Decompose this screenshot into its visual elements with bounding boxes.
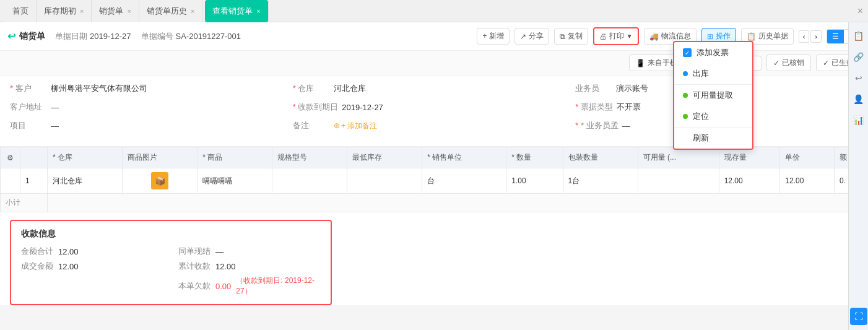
operation-button-label: 操作 <box>716 31 731 41</box>
operations-dropdown: ✓ 添加发票 出库 可用量提取 定位 刷新 <box>673 41 753 150</box>
share-button-label: 分享 <box>529 31 544 41</box>
payment-total-item: 金额合计 12.00 <box>21 246 163 257</box>
tab-home[interactable]: 首页 <box>5 0 37 22</box>
add-invoice-item[interactable]: ✓ 添加发票 <box>674 42 752 63</box>
out-warehouse-dot <box>683 71 688 76</box>
sidebar-chart-icon[interactable]: 📊 <box>850 111 867 129</box>
out-warehouse-item[interactable]: 出库 <box>674 63 752 84</box>
salesperson-label: * 业务员孟 <box>575 120 618 131</box>
product-img-col-header: 商品图片 <box>123 147 197 168</box>
row-pack-qty: 1台 <box>563 168 638 194</box>
payment-section: 收款信息 金额合计 12.00 同单现结 — 成交金额 12.00 累计收款 1… <box>10 220 332 305</box>
tab-inventory[interactable]: 库存期初 × <box>37 0 92 22</box>
doc-type-label: 销货单 <box>19 31 45 42</box>
payment-cumulative-label: 累计收款 <box>178 261 210 272</box>
revoked-icon: ✓ <box>773 59 779 67</box>
new-button-label: + 新增 <box>482 31 503 41</box>
main-close-button[interactable]: × <box>857 6 863 17</box>
tab-bar: 首页 库存期初 × 销货单 × 销货单历史 × 查看销货单 × × <box>0 0 868 22</box>
tab-view-sales-label: 查看销货单 <box>212 6 253 17</box>
prev-button[interactable]: ‹ <box>799 30 810 43</box>
payment-grid: 金额合计 12.00 同单现结 — 成交金额 12.00 累计收款 12.00 … <box>21 246 321 297</box>
tab-sales-order-close[interactable]: × <box>127 7 131 15</box>
doc-date-item: 单据日期 2019-12-27 <box>55 31 131 42</box>
right-sidebar: 📋 🔗 ↩ 👤 📊 ⛶ <box>848 22 868 313</box>
tab-sales-order-label: 销货单 <box>99 6 123 17</box>
payment-total-value: 12.00 <box>58 247 79 256</box>
locate-dot <box>683 114 688 119</box>
warehouse-field: 仓库 河北仓库 <box>293 83 576 94</box>
next-button[interactable]: › <box>810 30 822 43</box>
payment-same-order-label: 同单现结 <box>178 246 210 257</box>
refresh-item[interactable]: 刷新 <box>674 128 752 149</box>
payment-arrears-note: （收款到期日: 2019-12-27） <box>236 276 321 297</box>
customer-field: 客户 柳州粤港平安气体有限公司 <box>10 83 293 94</box>
warehouse-value: 河北仓库 <box>334 83 366 94</box>
payment-title: 收款信息 <box>21 228 321 240</box>
row-min-stock <box>347 168 422 194</box>
num-col-header <box>20 147 48 168</box>
revoked-label: 已核销 <box>782 58 804 68</box>
history-button-label: 历史单据 <box>758 31 788 41</box>
tab-sales-history[interactable]: 销货单历史 × <box>139 0 202 22</box>
unit-price-col-header: 单价 <box>780 147 835 168</box>
row-available <box>638 168 719 194</box>
out-warehouse-label: 出库 <box>693 68 709 79</box>
address-label: 客户地址 <box>10 102 47 113</box>
print-button[interactable]: 🖨 打印 ▼ <box>593 27 639 45</box>
tab-home-label: 首页 <box>12 6 28 17</box>
available-qty-dot <box>683 93 688 98</box>
payment-deal-item: 成交金额 12.00 <box>21 261 163 272</box>
customer-value: 柳州粤港平安气体有限公司 <box>51 83 147 94</box>
subtotal-label-cell: 小计 <box>1 194 48 212</box>
doc-number-value: SA-20191227-001 <box>176 32 241 41</box>
revoked-button[interactable]: ✓ 已核销 <box>766 54 811 71</box>
ticket-value: 不开票 <box>617 102 641 113</box>
doc-number-item: 单据编号 SA-20191227-001 <box>141 31 241 42</box>
sales-unit-col-header: * 销售单位 <box>422 147 506 168</box>
tab-view-sales-close[interactable]: × <box>256 7 260 15</box>
doc-number-label: 单据编号 <box>141 31 173 42</box>
address-field: 客户地址 — <box>10 102 293 113</box>
sidebar-notes-icon[interactable]: 📋 <box>850 27 867 45</box>
locate-item[interactable]: 定位 <box>674 106 752 127</box>
sidebar-link-icon[interactable]: 🔗 <box>850 48 867 66</box>
new-button[interactable]: + 新增 <box>477 28 509 45</box>
copy-button-label: 复制 <box>568 31 583 41</box>
doc-title: ↩ 销货单 <box>7 30 45 42</box>
sidebar-return-icon[interactable]: ↩ <box>850 69 867 87</box>
available-qty-item[interactable]: 可用量提取 <box>674 85 752 106</box>
row-unit-price: 12.00 <box>780 168 835 194</box>
print-icon: 🖨 <box>599 32 607 41</box>
pack-qty-col-header: 包装数量 <box>563 147 638 168</box>
tab-sales-history-close[interactable]: × <box>191 7 194 15</box>
product-col-header: * 商品 <box>197 147 272 168</box>
payment-deal-value: 12.00 <box>58 262 79 271</box>
spec-col-header: 规格型号 <box>272 147 347 168</box>
product-image: 📦 <box>151 172 168 189</box>
copy-button[interactable]: ⧉ 复制 <box>554 28 588 45</box>
nav-arrows: ‹ › <box>799 30 822 43</box>
tab-sales-order[interactable]: 销货单 × <box>92 0 139 22</box>
tab-inventory-close[interactable]: × <box>80 7 84 15</box>
sidebar-user-icon[interactable]: 👤 <box>850 90 867 108</box>
add-remark-button[interactable]: ⊕ + 添加备注 <box>334 121 377 131</box>
tab-sales-history-label: 销货单历史 <box>147 6 187 17</box>
payment-total-label: 金额合计 <box>21 246 53 257</box>
doc-date-value: 2019-12-27 <box>90 32 131 41</box>
share-button[interactable]: ↗ 分享 <box>514 28 549 45</box>
list-view-button[interactable]: ☰ <box>827 30 844 43</box>
remark-field: 备注 ⊕ + 添加备注 <box>293 120 576 131</box>
tab-view-sales[interactable]: 查看销货单 × <box>205 0 268 22</box>
payment-arrears-label: 本单欠款 <box>178 280 210 292</box>
warehouse-label: 仓库 <box>293 83 330 94</box>
payment-same-order-value: — <box>215 247 224 256</box>
remark-label: 备注 <box>293 120 330 131</box>
table-row: 1 河北仓库 📦 嗝嗝嗝嗝 台 1.00 1台 12.00 12.00 <box>1 168 868 194</box>
payment-cumulative-value: 12.00 <box>215 262 236 271</box>
payment-cumulative-item: 累计收款 12.00 <box>178 261 321 272</box>
sidebar-expand-icon[interactable]: ⛶ <box>850 308 867 313</box>
refresh-label: 刷新 <box>693 132 709 144</box>
address-value: — <box>51 103 59 112</box>
row-sales-unit: 台 <box>422 168 506 194</box>
